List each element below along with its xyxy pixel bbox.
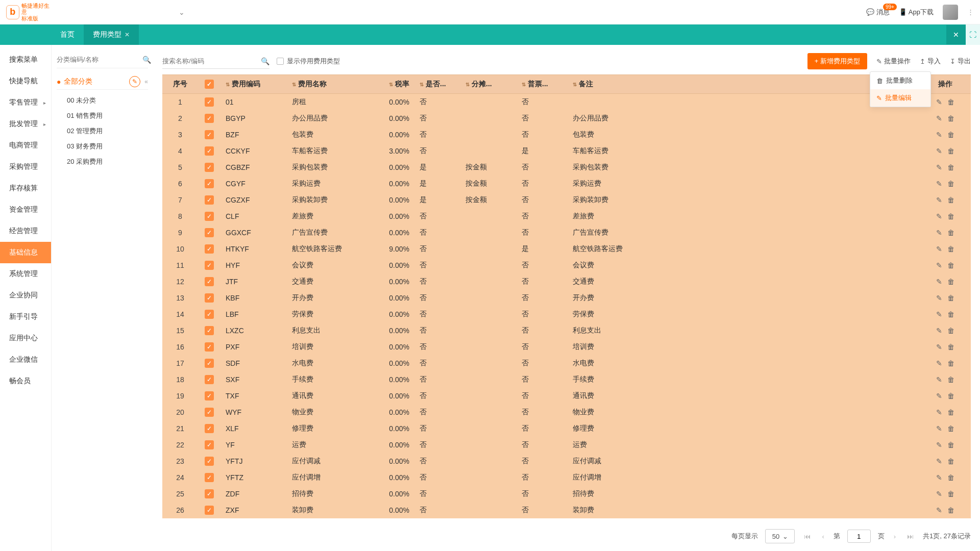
table-row[interactable]: 21✓XLF修理费0.00%否否修理费✎🗑 xyxy=(162,420,971,437)
table-row[interactable]: 2✓BGYP办公用品费0.00%否否办公用品费✎🗑 xyxy=(162,110,971,127)
row-checkbox[interactable]: ✓ xyxy=(198,127,220,143)
trash-icon[interactable]: 🗑 xyxy=(947,343,954,351)
col-code[interactable]: 费用编码 xyxy=(220,75,287,93)
edit-icon[interactable]: ✎ xyxy=(936,278,942,286)
row-checkbox[interactable]: ✓ xyxy=(198,208,220,224)
table-row[interactable]: 9✓GGXCF广告宣传费0.00%否否广告宣传费✎🗑 xyxy=(162,224,971,241)
category-item[interactable]: 01 销售费用 xyxy=(57,108,148,123)
edit-icon[interactable]: ✎ xyxy=(936,457,942,465)
import-button[interactable]: ↥ 导入 xyxy=(920,57,941,66)
table-row[interactable]: 17✓SDF水电费0.00%否否水电费✎🗑 xyxy=(162,355,971,371)
table-row[interactable]: 10✓HTKYF航空铁路客运费9.00%否是航空铁路客运费✎🗑 xyxy=(162,241,971,257)
fullscreen-icon[interactable]: ⛶ xyxy=(966,24,980,45)
col-remark[interactable]: 备注 xyxy=(568,75,920,93)
table-row[interactable]: 25✓ZDF招待费0.00%否否招待费✎🗑 xyxy=(162,486,971,502)
row-checkbox[interactable]: ✓ xyxy=(198,371,220,388)
trash-icon[interactable]: 🗑 xyxy=(947,457,954,465)
edit-icon[interactable]: ✎ xyxy=(936,196,942,204)
table-row[interactable]: 3✓BZF包装费0.00%否否包装费✎🗑 xyxy=(162,127,971,143)
table-row[interactable]: 14✓LBF劳保费0.00%否否劳保费✎🗑 xyxy=(162,306,971,322)
nav-item[interactable]: 畅会员 xyxy=(0,370,51,392)
batch-delete-item[interactable]: 🗑 批量删除 xyxy=(870,72,930,89)
edit-icon[interactable]: ✎ xyxy=(936,245,942,253)
row-checkbox[interactable]: ✓ xyxy=(198,192,220,208)
trash-icon[interactable]: 🗑 xyxy=(947,163,954,171)
table-row[interactable]: 4✓CCKYF车船客运费3.00%否是车船客运费✎🗑 xyxy=(162,143,971,159)
close-all-tabs-button[interactable]: ✕ xyxy=(946,25,966,44)
trash-icon[interactable]: 🗑 xyxy=(947,392,954,400)
col-seq[interactable]: 序号 xyxy=(162,75,198,93)
trash-icon[interactable]: 🗑 xyxy=(947,294,954,302)
nav-item[interactable]: 企业协同 xyxy=(0,285,51,306)
edit-icon[interactable]: ✎ xyxy=(936,98,942,106)
batch-edit-item[interactable]: ✎ 批量编辑 xyxy=(870,89,930,107)
trash-icon[interactable]: 🗑 xyxy=(947,114,954,122)
nav-item[interactable]: 基础信息 xyxy=(0,242,51,263)
app-download-button[interactable]: 📱 App下载 xyxy=(899,8,934,17)
trash-icon[interactable]: 🗑 xyxy=(947,261,954,269)
edit-icon[interactable]: ✎ xyxy=(936,163,942,171)
col-purchase[interactable]: 是否... xyxy=(414,75,460,93)
company-selector[interactable]: ⌄ xyxy=(72,5,185,20)
nav-item[interactable]: 经营管理 xyxy=(0,220,51,242)
edit-icon[interactable]: ✎ xyxy=(936,310,942,318)
nav-item[interactable]: 资金管理 xyxy=(0,199,51,220)
trash-icon[interactable]: 🗑 xyxy=(947,490,954,498)
batch-operations-button[interactable]: ✎ 批量操作 xyxy=(876,57,911,66)
table-row[interactable]: 11✓HYF会议费0.00%否否会议费✎🗑 xyxy=(162,257,971,273)
edit-icon[interactable]: ✎ xyxy=(936,392,942,400)
trash-icon[interactable]: 🗑 xyxy=(947,196,954,204)
table-row[interactable]: 22✓YF运费0.00%否否运费✎🗑 xyxy=(162,437,971,453)
table-row[interactable]: 1✓01房租0.00%否否✎🗑 xyxy=(162,94,971,110)
category-item[interactable]: 03 财务费用 xyxy=(57,139,148,154)
edit-icon[interactable]: ✎ xyxy=(936,131,942,139)
row-checkbox[interactable]: ✓ xyxy=(198,143,220,159)
trash-icon[interactable]: 🗑 xyxy=(947,310,954,318)
trash-icon[interactable]: 🗑 xyxy=(947,327,954,335)
trash-icon[interactable]: 🗑 xyxy=(947,506,954,514)
row-checkbox[interactable]: ✓ xyxy=(198,290,220,306)
edit-icon[interactable]: ✎ xyxy=(936,229,942,237)
row-checkbox[interactable]: ✓ xyxy=(198,110,220,127)
edit-icon[interactable]: ✎ xyxy=(936,441,942,449)
row-checkbox[interactable]: ✓ xyxy=(198,437,220,453)
last-page-button[interactable]: ⏭ xyxy=(905,533,916,540)
col-tax[interactable]: 普票... xyxy=(517,75,568,93)
edit-icon[interactable]: ✎ xyxy=(936,375,942,384)
edit-icon[interactable]: ✎ xyxy=(936,343,942,351)
trash-icon[interactable]: 🗑 xyxy=(947,441,954,449)
avatar[interactable] xyxy=(943,5,958,20)
trash-icon[interactable]: 🗑 xyxy=(947,229,954,237)
row-checkbox[interactable]: ✓ xyxy=(198,420,220,437)
table-row[interactable]: 7✓CGZXF采购装卸费0.00%是按金额否采购装卸费✎🗑 xyxy=(162,192,971,208)
more-icon[interactable]: ⋮ xyxy=(967,8,974,16)
add-expense-type-button[interactable]: + 新增费用类型 xyxy=(807,53,867,69)
edit-icon[interactable]: ✎ xyxy=(936,408,942,416)
edit-icon[interactable]: ✎ xyxy=(936,114,942,122)
trash-icon[interactable]: 🗑 xyxy=(947,131,954,139)
table-row[interactable]: 8✓CLF差旅费0.00%否否差旅费✎🗑 xyxy=(162,208,971,224)
row-checkbox[interactable]: ✓ xyxy=(198,306,220,322)
trash-icon[interactable]: 🗑 xyxy=(947,98,954,106)
trash-icon[interactable]: 🗑 xyxy=(947,359,954,367)
trash-icon[interactable]: 🗑 xyxy=(947,212,954,220)
edit-icon[interactable]: ✎ xyxy=(936,261,942,269)
row-checkbox[interactable]: ✓ xyxy=(198,486,220,502)
all-categories[interactable]: ● 全部分类 ✎ « xyxy=(57,73,148,90)
edit-icon[interactable]: ✎ xyxy=(936,506,942,514)
trash-icon[interactable]: 🗑 xyxy=(947,147,954,155)
table-row[interactable]: 6✓CGYF采购运费0.00%是按金额否采购运费✎🗑 xyxy=(162,176,971,192)
nav-item[interactable]: 零售管理 xyxy=(0,92,51,113)
row-checkbox[interactable]: ✓ xyxy=(198,322,220,339)
nav-item[interactable]: 应用中心 xyxy=(0,328,51,349)
edit-icon[interactable]: ✎ xyxy=(936,424,942,433)
row-checkbox[interactable]: ✓ xyxy=(198,176,220,192)
edit-categories-icon[interactable]: ✎ xyxy=(129,76,140,87)
table-row[interactable]: 20✓WYF物业费0.00%否否物业费✎🗑 xyxy=(162,404,971,420)
row-checkbox[interactable]: ✓ xyxy=(198,257,220,273)
edit-icon[interactable]: ✎ xyxy=(936,180,942,188)
table-row[interactable]: 19✓TXF通讯费0.00%否否通讯费✎🗑 xyxy=(162,388,971,404)
first-page-button[interactable]: ⏮ xyxy=(802,533,813,540)
table-row[interactable]: 13✓KBF开办费0.00%否否开办费✎🗑 xyxy=(162,290,971,306)
col-name[interactable]: 费用名称 xyxy=(287,75,369,93)
